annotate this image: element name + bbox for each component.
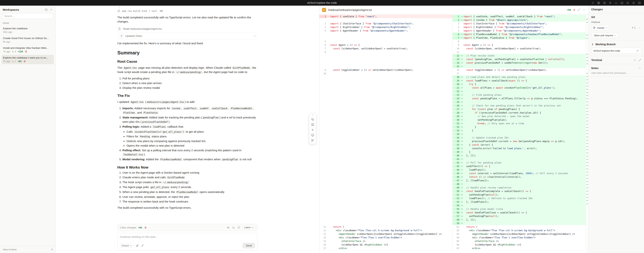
- chat-scroll-area[interactable]: npm run build 2>&1 | tail -80The build c…: [56, 6, 319, 222]
- minimap-addition-mark: [586, 159, 588, 160]
- checklist-icon: [120, 34, 124, 38]
- panel-right-icon[interactable]: [637, 1, 641, 5]
- minimap-addition-mark: [586, 162, 588, 163]
- diff-line: 4import { RightSidebar } from "@/compone…: [453, 25, 586, 29]
- diff-line: 13 <AgentHeader sidebarOpen={sidebarOpen…: [319, 232, 452, 236]
- diff-line: 15 <ChatInterface />: [319, 239, 452, 243]
- drag-handle-icon[interactable]: ≡: [312, 114, 313, 116]
- refresh-icon[interactable]: [237, 226, 241, 229]
- window-title: vk/3ccf-explore-the-code: [307, 1, 337, 4]
- scan-icon[interactable]: [602, 1, 606, 5]
- diff-line: [319, 157, 452, 161]
- branch-selector[interactable]: master: [591, 25, 609, 30]
- minimap-addition-mark: [586, 80, 588, 80]
- todos-collapsible[interactable]: Updated Todos: [117, 32, 258, 39]
- eye-icon[interactable]: [226, 226, 230, 229]
- chevron-down-icon[interactable]: [638, 66, 641, 70]
- chat-body: npm run build 2>&1 | tail -80The build c…: [117, 6, 258, 210]
- rows-icon[interactable]: [626, 1, 630, 5]
- list-item: Display the plan review modal: [122, 86, 258, 90]
- grid-icon[interactable]: [596, 1, 601, 5]
- pause-icon[interactable]: [591, 1, 595, 5]
- commit-icon: [591, 43, 594, 46]
- tool-call-row[interactable]: Read medusa/src/pages/Agent.tsx: [117, 26, 258, 32]
- titlebar-actions: [591, 0, 641, 6]
- list-item: Claude enters plan mode and calls ExitPl…: [122, 175, 258, 180]
- paperclip-icon[interactable]: [135, 244, 139, 248]
- working-branch-field[interactable]: vk/3ccf-explore-the-code: [591, 48, 641, 54]
- workspace-item-title: Install and integrate Vibe Kanban Web...: [3, 46, 52, 49]
- diff-line: 6+import { PlanReviewModal } from "@/com…: [453, 32, 586, 36]
- edit-branch-icon[interactable]: [636, 49, 639, 52]
- chat-paragraph: I updated Agent.tsx (medusa/src/pages/Ag…: [117, 100, 258, 104]
- diff-line: 5: [319, 40, 452, 43]
- mode-dropdown[interactable]: Default: [120, 244, 133, 248]
- composer[interactable]: Continue working on this task... Default…: [117, 233, 258, 250]
- play-icon[interactable]: [310, 127, 315, 132]
- minimap-addition-mark: [586, 166, 588, 166]
- list-subitem: Opens the modal when a new plan is detec…: [126, 144, 258, 148]
- minimap-addition-mark: [586, 108, 588, 108]
- tool-call-row[interactable]: npm run build 2>&1 | tail -80: [117, 9, 258, 13]
- pen-icon[interactable]: [141, 244, 144, 248]
- expand-icon[interactable]: [638, 58, 641, 62]
- diff-line: [319, 111, 452, 114]
- send-button[interactable]: Send: [242, 243, 255, 248]
- plus-icon[interactable]: [633, 58, 636, 62]
- more-icon[interactable]: [582, 8, 586, 12]
- copy-icon[interactable]: [310, 117, 315, 122]
- diff-line: 3import { ChatInterface } from "@/compon…: [453, 22, 586, 25]
- diff-line: 44+ loadPlans();: [453, 168, 586, 172]
- minimap-addition-mark: [586, 175, 588, 175]
- plus-icon[interactable]: [50, 8, 53, 11]
- diff-line: 10: [319, 72, 452, 75]
- diff-line: [319, 182, 452, 186]
- section-heading: The Fix: [117, 94, 258, 98]
- inline-code: useCallback: [211, 107, 228, 110]
- diff-line: [319, 18, 452, 22]
- list-item: State management: Added state for tracki…: [122, 116, 258, 124]
- latest-dropdown[interactable]: Latest: [242, 225, 255, 230]
- minimap-addition-mark: [586, 197, 588, 198]
- diff-line: [319, 90, 452, 93]
- inline-code: previousPlanIdsRef: [142, 120, 168, 124]
- diff-line: [319, 58, 452, 61]
- workspace-item[interactable]: Explore the codebase35m ago: [2, 26, 54, 35]
- minimap-addition-mark: [586, 114, 588, 115]
- open-pull-request-button[interactable]: Open pull request: [591, 32, 619, 38]
- diff-minimap[interactable]: [586, 14, 588, 253]
- list-plus-icon[interactable]: [232, 226, 236, 229]
- bell-icon[interactable]: [632, 1, 636, 5]
- expand-icon[interactable]: [577, 8, 580, 12]
- list-item: When a new pending plan is detected, the…: [122, 190, 258, 194]
- workspace-item[interactable]: Explore the codebase I want you to ex...…: [2, 55, 54, 64]
- diff-header: /medusa/medusa/src/pages/Agent.tsx +59 -…: [319, 6, 588, 14]
- minimap-addition-mark: [586, 86, 588, 86]
- diff-line: 16 const toggleSidebar = () => setSideba…: [453, 68, 586, 72]
- monitor-icon[interactable]: [620, 1, 624, 5]
- workspace-item[interactable]: Install and integrate Vibe Kanban Web...…: [2, 45, 54, 54]
- minimap-addition-mark: [586, 83, 588, 83]
- monitor-icon[interactable]: [310, 132, 315, 138]
- composer-actions: [135, 244, 144, 248]
- user-icon[interactable]: [608, 1, 612, 5]
- minimap-deletion-mark: [586, 19, 588, 19]
- search-input[interactable]: [2, 13, 53, 19]
- deletions-badge: -3: [23, 60, 25, 63]
- workspace-item[interactable]: Create Good First Issues on Github So...…: [2, 35, 54, 45]
- diff-body: 1-import { useState } from "react";2impo…: [319, 14, 588, 253]
- diff-line: 24+ const pendingPlans = allPlans.filter…: [453, 97, 586, 100]
- branch-icon[interactable]: [310, 138, 315, 143]
- diff-line: 6const Agent = () => {: [319, 43, 452, 47]
- chart-icon[interactable]: [614, 1, 618, 5]
- list-item: The response is written back and the hoo…: [122, 200, 258, 204]
- view-archive-link[interactable]: View Archive: [3, 248, 16, 251]
- git-more-button[interactable]: [637, 26, 641, 30]
- diff-line: 63 <AgentHeader sidebarOpen={sidebarOpen…: [453, 232, 586, 236]
- diff-line: 62 <div className="flex flex-col h-scree…: [453, 228, 586, 232]
- columns-icon[interactable]: [310, 122, 315, 127]
- git-section-title: Git: [591, 16, 641, 18]
- minimap-addition-mark: [586, 178, 588, 178]
- panel-icon[interactable]: [44, 8, 48, 11]
- diff-line: [319, 104, 452, 107]
